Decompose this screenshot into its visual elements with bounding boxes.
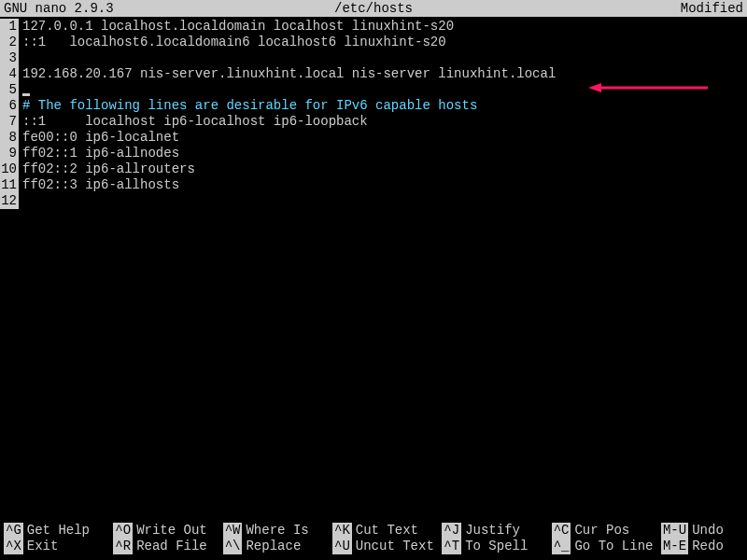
editor-line[interactable]: 12 <box>0 193 747 209</box>
shortcut-key: ^K <box>332 523 352 539</box>
line-number: 12 <box>0 193 19 209</box>
shortcut-key: ^G <box>4 523 23 539</box>
line-content[interactable]: ::1 localhost6.localdomain6 localhost6 l… <box>19 35 446 50</box>
help-item: ^JJustify <box>442 523 551 539</box>
line-content[interactable] <box>19 50 22 66</box>
editor-line[interactable]: 5 <box>0 82 747 98</box>
shortcut-key: ^R <box>113 539 133 554</box>
line-content[interactable]: 192.168.20.167 nis-server.linuxhint.loca… <box>19 66 556 82</box>
editor-line[interactable]: 2::1 localhost6.localdomain6 localhost6 … <box>0 35 747 50</box>
help-item: ^UUncut Text <box>332 539 442 554</box>
help-item: ^OWrite Out <box>113 523 222 539</box>
line-number: 10 <box>0 161 19 177</box>
line-content[interactable]: 127.0.0.1 localhost.localdomain localhos… <box>19 19 454 35</box>
editor-line[interactable]: 3 <box>0 50 747 66</box>
shortcut-label: Read File <box>136 539 207 554</box>
line-number: 5 <box>0 82 19 98</box>
shortcut-label: Redo <box>692 539 724 554</box>
shortcut-label: Replace <box>246 539 301 554</box>
help-row-2: ^XExit^RRead File^\Replace^UUncut Text^T… <box>4 539 743 554</box>
titlebar: GNU nano 2.9.3 /etc/hosts Modified <box>0 0 747 17</box>
shortcut-label: Justify <box>465 523 520 539</box>
editor-line[interactable]: 7::1 localhost ip6-localhost ip6-loopbac… <box>0 114 747 130</box>
shortcut-label: Exit <box>27 539 59 554</box>
line-number: 1 <box>0 19 19 35</box>
shortcut-key: ^\ <box>223 539 243 554</box>
help-item: ^\Replace <box>223 539 332 554</box>
line-content[interactable]: # The following lines are desirable for … <box>19 98 477 114</box>
shortcut-label: Cur Pos <box>574 523 629 539</box>
shortcut-label: Uncut Text <box>356 539 434 554</box>
shortcut-label: Cut Text <box>356 523 418 539</box>
shortcut-label: Undo <box>692 523 724 539</box>
line-number: 9 <box>0 146 19 161</box>
line-content[interactable]: ff02::2 ip6-allrouters <box>19 161 195 177</box>
help-item: ^_Go To Line <box>552 539 661 554</box>
shortcut-label: To Spell <box>465 539 528 554</box>
line-content[interactable]: ::1 localhost ip6-localhost ip6-loopback <box>19 114 368 130</box>
shortcut-key: ^_ <box>552 539 571 554</box>
help-item: ^TTo Spell <box>442 539 551 554</box>
line-content[interactable]: ff02::1 ip6-allnodes <box>19 146 179 161</box>
line-number: 11 <box>0 177 19 193</box>
shortcut-key: ^O <box>113 523 133 539</box>
help-item: ^WWhere Is <box>223 523 332 539</box>
line-number: 8 <box>0 130 19 146</box>
shortcut-label: Go To Line <box>574 539 653 554</box>
help-item: M-UUndo <box>661 523 743 539</box>
editor-line[interactable]: 1127.0.0.1 localhost.localdomain localho… <box>0 19 747 35</box>
editor-line[interactable]: 9ff02::1 ip6-allnodes <box>0 146 747 161</box>
editor-line[interactable]: 6# The following lines are desirable for… <box>0 98 747 114</box>
help-item: ^GGet Help <box>4 523 113 539</box>
shortcut-key: ^J <box>442 523 461 539</box>
app-name: GNU nano 2.9.3 <box>4 0 114 17</box>
shortcut-key: ^U <box>332 539 352 554</box>
help-row-1: ^GGet Help^OWrite Out^WWhere Is^KCut Tex… <box>4 523 743 539</box>
editor-line[interactable]: 11ff02::3 ip6-allhosts <box>0 177 747 193</box>
text-editor[interactable]: 1127.0.0.1 localhost.localdomain localho… <box>0 17 747 209</box>
line-number: 4 <box>0 66 19 82</box>
help-item: M-ERedo <box>661 539 743 554</box>
modified-status: Modified <box>681 0 743 17</box>
line-number: 7 <box>0 114 19 130</box>
shortcut-key: M-U <box>661 523 688 539</box>
shortcut-label: Get Help <box>27 523 90 539</box>
help-item: ^CCur Pos <box>552 523 661 539</box>
shortcut-key: ^T <box>442 539 461 554</box>
line-number: 2 <box>0 35 19 50</box>
line-content[interactable]: fe00::0 ip6-localnet <box>19 130 179 146</box>
shortcut-key: ^W <box>223 523 243 539</box>
shortcut-label: Where Is <box>246 523 308 539</box>
shortcut-key: M-E <box>661 539 688 554</box>
help-bar: ^GGet Help^OWrite Out^WWhere Is^KCut Tex… <box>0 523 747 554</box>
editor-line[interactable]: 4192.168.20.167 nis-server.linuxhint.loc… <box>0 66 747 82</box>
line-content[interactable]: ff02::3 ip6-allhosts <box>19 177 179 193</box>
line-number: 3 <box>0 50 19 66</box>
help-item: ^RRead File <box>113 539 222 554</box>
shortcut-key: ^C <box>552 523 571 539</box>
line-number: 6 <box>0 98 19 114</box>
line-content[interactable] <box>19 193 22 209</box>
line-content[interactable] <box>19 82 30 98</box>
shortcut-key: ^X <box>4 539 23 554</box>
help-item: ^XExit <box>4 539 113 554</box>
help-item: ^KCut Text <box>332 523 442 539</box>
editor-line[interactable]: 8fe00::0 ip6-localnet <box>0 130 747 146</box>
text-cursor <box>22 93 30 96</box>
shortcut-label: Write Out <box>136 523 207 539</box>
editor-line[interactable]: 10ff02::2 ip6-allrouters <box>0 161 747 177</box>
file-path: /etc/hosts <box>334 0 413 17</box>
